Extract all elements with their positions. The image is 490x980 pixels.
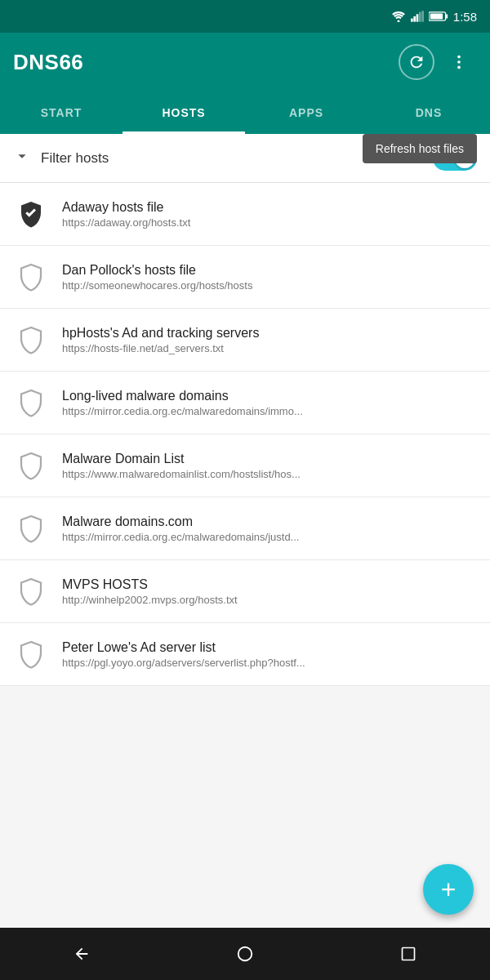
tooltip: Refresh host files [363, 134, 477, 163]
list-item[interactable]: Dan Pollock's hosts file http://someonew… [0, 246, 490, 309]
app-bar-actions [399, 44, 477, 80]
svg-rect-2 [413, 16, 416, 22]
host-url: http://someonewhocares.org/hosts/hosts [62, 279, 477, 292]
app-bar: DNS66 [0, 33, 490, 91]
home-button[interactable] [220, 929, 270, 978]
recents-icon [400, 946, 416, 962]
svg-point-11 [457, 66, 461, 69]
host-info: Long-lived malware domains https://mirro… [62, 389, 477, 417]
recents-button[interactable] [384, 929, 433, 978]
back-icon [73, 945, 91, 963]
shield-icon [13, 322, 49, 358]
svg-point-10 [457, 60, 461, 64]
wifi-icon [391, 11, 406, 22]
list-item[interactable]: Malware domains.com https://mirror.cedia… [0, 497, 490, 560]
host-name: Dan Pollock's hosts file [62, 263, 477, 278]
host-info: MVPS HOSTS http://winhelp2002.mvps.org/h… [62, 577, 477, 606]
host-info: Malware domains.com https://mirror.cedia… [62, 514, 477, 543]
svg-point-0 [397, 20, 399, 23]
shield-icon [13, 385, 49, 421]
host-url: https://mirror.cedia.org.ec/malwaredomai… [62, 531, 477, 543]
signal-icon [411, 11, 424, 22]
host-name: Peter Lowe's Ad server list [62, 640, 477, 655]
back-button[interactable] [57, 929, 106, 978]
host-info: Malware Domain List https://www.malwared… [62, 452, 477, 480]
shield-icon [13, 510, 49, 546]
host-name: Adaway hosts file [62, 200, 477, 215]
shield-active-icon [13, 196, 49, 232]
refresh-button[interactable] [399, 44, 434, 80]
host-name: Malware domains.com [62, 514, 477, 529]
battery-icon [429, 11, 448, 22]
refresh-icon [408, 53, 425, 71]
host-url: https://hosts-file.net/ad_servers.txt [62, 342, 477, 354]
nav-bar [0, 928, 490, 980]
list-item[interactable]: Peter Lowe's Ad server list https://pgl.… [0, 623, 490, 686]
host-url: http://winhelp2002.mvps.org/hosts.txt [62, 594, 477, 606]
host-name: Malware Domain List [62, 452, 477, 466]
list-item[interactable]: Adaway hosts file https://adaway.org/hos… [0, 183, 490, 246]
svg-rect-13 [403, 948, 415, 960]
more-vert-icon [450, 53, 468, 71]
list-item[interactable]: MVPS HOSTS http://winhelp2002.mvps.org/h… [0, 560, 490, 623]
svg-rect-1 [411, 19, 413, 22]
host-name: Long-lived malware domains [62, 389, 477, 403]
svg-rect-7 [445, 14, 448, 18]
tab-start[interactable]: START [0, 91, 122, 134]
host-url: https://www.malwaredomainlist.com/hostsl… [62, 468, 477, 480]
chevron-down-icon [13, 147, 31, 169]
list-item[interactable]: Malware Domain List https://www.malwared… [0, 434, 490, 497]
status-icons: 1:58 [391, 10, 477, 24]
status-time: 1:58 [453, 10, 477, 24]
host-info: hpHosts's Ad and tracking servers https:… [62, 326, 477, 354]
more-options-button[interactable] [441, 44, 477, 80]
host-url: https://pgl.yoyo.org/adservers/serverlis… [62, 657, 477, 669]
host-info: Dan Pollock's hosts file http://someonew… [62, 263, 477, 292]
host-info: Adaway hosts file https://adaway.org/hos… [62, 200, 477, 229]
svg-rect-8 [430, 14, 443, 20]
svg-rect-4 [419, 12, 421, 22]
app-title: DNS66 [13, 50, 83, 75]
svg-point-12 [238, 947, 252, 961]
host-info: Peter Lowe's Ad server list https://pgl.… [62, 640, 477, 669]
list-item[interactable]: Long-lived malware domains https://mirro… [0, 372, 490, 434]
shield-icon [13, 636, 49, 672]
list-item[interactable]: hpHosts's Ad and tracking servers https:… [0, 309, 490, 372]
host-list: Adaway hosts file https://adaway.org/hos… [0, 183, 490, 686]
home-icon [236, 945, 254, 963]
host-url: https://adaway.org/hosts.txt [62, 216, 477, 229]
svg-rect-3 [416, 14, 418, 21]
svg-rect-5 [421, 11, 424, 21]
host-url: https://mirror.cedia.org.ec/malwaredomai… [62, 405, 477, 417]
status-bar: 1:58 [0, 0, 490, 33]
tabs: START HOSTS APPS DNS [0, 91, 490, 134]
shield-icon [13, 259, 49, 295]
shield-icon [13, 448, 49, 483]
tab-dns[interactable]: DNS [368, 91, 490, 134]
host-name: hpHosts's Ad and tracking servers [62, 326, 477, 341]
shield-icon [13, 573, 49, 609]
tab-apps[interactable]: APPS [245, 91, 368, 134]
add-button[interactable]: + [423, 864, 474, 915]
svg-point-9 [457, 56, 461, 59]
tab-hosts[interactable]: HOSTS [122, 91, 245, 134]
host-name: MVPS HOSTS [62, 577, 477, 592]
